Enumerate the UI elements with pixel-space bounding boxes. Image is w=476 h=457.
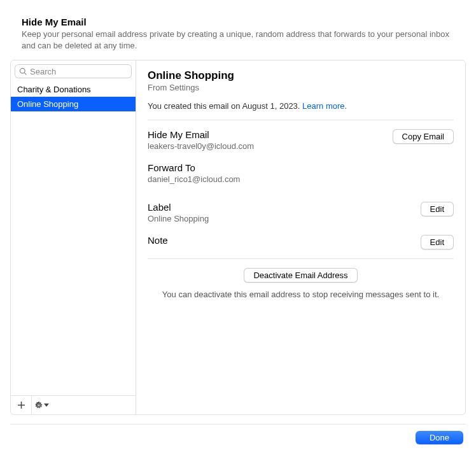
search-icon [19, 67, 27, 76]
edit-label-button[interactable]: Edit [421, 202, 454, 216]
section-label: Label Online Shopping Edit [148, 193, 454, 232]
section-info: Hide My Email leakers-travel0y@icloud.co… [148, 129, 254, 151]
section-info: Forward To daniel_rico1@icloud.com [148, 162, 240, 184]
deactivate-hint: You can deactivate this email address to… [148, 289, 454, 300]
done-button[interactable]: Done [416, 431, 463, 444]
chevron-down-icon [44, 404, 49, 407]
sidebar: Charity & Donations Online Shopping [11, 60, 136, 414]
content-pane: Charity & Donations Online Shopping Onli… [10, 60, 466, 415]
hide-my-email-window: Hide My Email Keep your personal email a… [0, 0, 476, 457]
sidebar-footer [11, 395, 136, 414]
search-input[interactable] [30, 67, 127, 76]
page-description: Keep your personal email address private… [22, 29, 454, 51]
field-label: Forward To [148, 162, 240, 173]
plus-icon [17, 401, 25, 409]
detail-title: Online Shopping [148, 69, 454, 82]
copy-email-button[interactable]: Copy Email [393, 129, 454, 144]
created-line: You created this email on August 1, 2023… [148, 101, 454, 111]
deactivate-section: Deactivate Email Address You can deactiv… [148, 258, 454, 300]
section-info: Note [148, 235, 168, 246]
window-header: Hide My Email Keep your personal email a… [10, 9, 466, 56]
deactivate-button[interactable]: Deactivate Email Address [244, 268, 357, 283]
list-item-label: Online Shopping [17, 99, 78, 109]
edit-note-button[interactable]: Edit [421, 235, 454, 250]
svg-rect-1 [18, 405, 25, 406]
window-footer: Done [10, 424, 466, 447]
search-field[interactable] [15, 64, 132, 78]
learn-more-link[interactable]: Learn more. [302, 101, 347, 111]
page-title: Hide My Email [22, 17, 454, 27]
actions-button[interactable] [31, 396, 52, 415]
gear-icon [34, 401, 43, 410]
detail-source: From Settings [148, 83, 454, 92]
field-label: Label [148, 202, 209, 213]
section-forward-to: Forward To daniel_rico1@icloud.com [148, 160, 454, 193]
list-item-online-shopping[interactable]: Online Shopping [11, 97, 136, 111]
detail-pane: Online Shopping From Settings You create… [136, 60, 465, 414]
search-container [11, 60, 136, 82]
section-note: Note Edit [148, 232, 454, 258]
created-text: You created this email on August 1, 2023… [148, 101, 302, 111]
field-label: Note [148, 235, 168, 246]
address-list: Charity & Donations Online Shopping [11, 82, 136, 395]
label-value: Online Shopping [148, 214, 209, 223]
add-button[interactable] [11, 396, 31, 415]
forward-to-value: daniel_rico1@icloud.com [148, 174, 240, 184]
section-info: Label Online Shopping [148, 202, 209, 223]
list-item-charity-donations[interactable]: Charity & Donations [11, 82, 136, 97]
section-hide-my-email: Hide My Email leakers-travel0y@icloud.co… [148, 120, 454, 160]
list-item-label: Charity & Donations [17, 85, 91, 94]
field-label: Hide My Email [148, 129, 254, 140]
alias-email-value: leakers-travel0y@icloud.com [148, 141, 254, 151]
